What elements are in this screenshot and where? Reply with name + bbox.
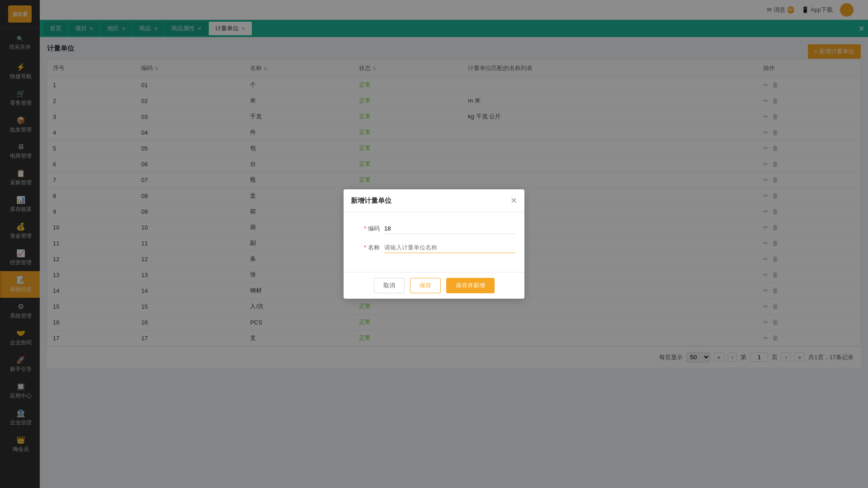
modal-body: * 编码 * 名称 [344,212,524,272]
save-button[interactable]: 保存 [410,278,441,293]
modal-footer: 取消 保存 保存并新增 [344,272,524,299]
save-and-new-button[interactable]: 保存并新增 [446,278,495,293]
modal-header: 新增计量单位 ✕ [344,189,524,212]
modal-close-button[interactable]: ✕ [510,196,517,206]
name-label: * 名称 [353,244,380,252]
name-row: * 名称 [353,242,515,253]
add-unit-modal: 新增计量单位 ✕ * 编码 * 名称 取消 保存 保存并新增 [344,189,524,299]
modal-overlay[interactable]: 新增计量单位 ✕ * 编码 * 名称 取消 保存 保存并新增 [0,0,868,488]
cancel-button[interactable]: 取消 [374,278,405,293]
name-input[interactable] [384,242,515,253]
code-row: * 编码 [353,223,515,234]
modal-title: 新增计量单位 [351,197,392,205]
code-label: * 编码 [353,225,380,233]
code-input[interactable] [384,223,515,234]
